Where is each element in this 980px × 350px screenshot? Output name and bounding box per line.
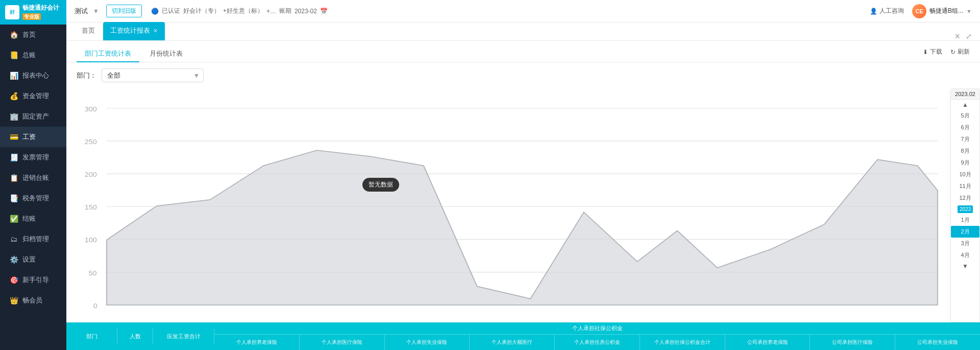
month-12[interactable]: 12月: [951, 192, 979, 204]
sidebar-item-新手引导[interactable]: 🎯 新手引导: [0, 270, 66, 290]
sidebar-label-3: 资金管理: [22, 91, 49, 101]
expand-icon[interactable]: ⤢: [966, 32, 972, 40]
sidebar-item-设置[interactable]: ⚙️ 设置: [0, 249, 66, 270]
sidebar-item-归档管理[interactable]: 🗂 归档管理: [0, 229, 66, 249]
month-2[interactable]: 2月: [951, 226, 979, 238]
sidebar-icon-0: 🏠: [9, 31, 18, 39]
svg-text:300: 300: [85, 105, 97, 112]
sidebar-label-8: 税务管理: [22, 194, 49, 203]
sidebar-label-9: 结账: [22, 214, 36, 223]
year-badge: 2023: [958, 205, 973, 213]
group-cols: 个人承担养老保险 个人承担医疗保险 个人承担失业保险 个人承担大额医疗 个人承担…: [214, 335, 980, 350]
sidebar-item-总账[interactable]: 📒 总账: [0, 45, 66, 65]
col-personal-total: 个人承担社保公积金合计: [640, 335, 725, 350]
sidebar-label-13: 畅会员: [22, 296, 42, 305]
month-5[interactable]: 5月: [951, 110, 979, 122]
dept-filter-select[interactable]: 全部: [102, 68, 204, 82]
sidebar-item-首页[interactable]: 🏠 首页: [0, 25, 66, 45]
download-button[interactable]: ⬇ 下载: [923, 48, 942, 56]
period-label: 账期: [279, 7, 291, 15]
subtab-right: ⬇ 下载 ↻ 刷新: [923, 48, 970, 60]
date-picker-header: 2023.02: [951, 89, 979, 100]
sidebar-label-4: 固定资产: [22, 112, 49, 121]
sidebar-icon-3: 💰: [9, 92, 18, 100]
col-personal-major-medical: 个人承担大额医疗: [470, 335, 555, 350]
month-11[interactable]: 11月: [951, 180, 979, 192]
switch-old-button[interactable]: 切到旧版: [106, 5, 142, 17]
avatar: CE: [912, 4, 926, 18]
month-10[interactable]: 10月: [951, 169, 979, 180]
subtab-dept[interactable]: 部门工资统计表: [77, 46, 139, 62]
sidebar-label-6: 发票管理: [22, 153, 49, 162]
sidebar-item-税务管理[interactable]: 📑 税务管理: [0, 188, 66, 208]
status-good-biz: +好生意（标）: [223, 7, 263, 15]
month-3[interactable]: 3月: [951, 238, 979, 249]
sidebar-item-报表中心[interactable]: 📊 报表中心: [0, 65, 66, 86]
salary-tab-label: 工资统计报表: [110, 26, 150, 35]
sidebar-icon-11: ⚙️: [9, 255, 18, 264]
tab-close-icon[interactable]: ✕: [153, 28, 158, 34]
close-panel-icon[interactable]: ✕: [954, 32, 961, 40]
sidebar-icon-13: 👑: [9, 296, 18, 305]
status-certified: 已认证: [162, 7, 180, 15]
sidebar-item-畅会员[interactable]: 👑 畅会员: [0, 290, 66, 311]
sidebar-icon-6: 🧾: [9, 153, 18, 161]
sidebar-item-资金管理[interactable]: 💰 资金管理: [0, 86, 66, 106]
sidebar-icon-8: 📑: [9, 194, 18, 202]
status-more: +…: [266, 8, 276, 15]
col-count: 人数: [117, 329, 153, 344]
col-total-salary: 应发工资合计: [153, 329, 214, 344]
tab-home[interactable]: 首页: [75, 22, 102, 40]
user-menu[interactable]: CE 畅捷通B组... ▼: [912, 4, 972, 18]
sidebar-label-2: 报表中心: [22, 71, 49, 80]
sidebar-icon-5: 💳: [9, 133, 18, 141]
month-6[interactable]: 6月: [951, 122, 979, 133]
sidebar-item-固定资产[interactable]: 🏢 固定资产: [0, 106, 66, 127]
status-good-accounting: 好会计（专）: [183, 7, 220, 15]
help-button[interactable]: 👤 人工咨询: [870, 7, 904, 15]
sidebar-label-7: 进销台账: [22, 173, 49, 182]
help-icon: 👤: [870, 8, 877, 15]
month-9[interactable]: 9月: [951, 157, 979, 169]
date-nav-up[interactable]: ▲: [951, 100, 979, 110]
refresh-button[interactable]: ↻ 刷新: [950, 48, 970, 56]
sidebar-item-工资[interactable]: 💳 工资: [0, 127, 66, 147]
month-7[interactable]: 7月: [951, 133, 979, 145]
calendar-icon[interactable]: 📅: [320, 8, 328, 15]
sidebar-icon-7: 📋: [9, 174, 18, 182]
sidebar-item-进销台账[interactable]: 📋 进销台账: [0, 168, 66, 188]
tab-salary-report[interactable]: 工资统计报表 ✕: [103, 22, 165, 40]
col-company-pension: 公司承担养老保险: [725, 335, 811, 350]
topbar-actions: 切到旧版: [106, 5, 142, 17]
filter-bar: 部门： 全部 ▼: [66, 62, 980, 88]
content-area: 部门工资统计表 月份统计表 ⬇ 下载 ↻ 刷新 部门：: [66, 41, 980, 350]
salary-chart: 0 50 100 150 200 250 300: [77, 88, 944, 317]
month-4[interactable]: 4月: [951, 249, 979, 261]
chart-section: 0 50 100 150 200 250 300: [66, 88, 980, 322]
sidebar-item-结账[interactable]: ✅ 结账: [0, 208, 66, 229]
logo-icon: 好: [5, 5, 19, 19]
dept-filter-label: 部门：: [77, 71, 96, 80]
period-value: 2023-02: [295, 8, 317, 15]
topbar: 测试 ▼ 切到旧版 🔵 已认证 好会计（专） +好生意（标） +… 账期 202…: [66, 0, 980, 22]
date-nav-down[interactable]: ▼: [951, 261, 979, 271]
col-dept: 部门: [66, 329, 117, 344]
topbar-right: 👤 人工咨询 CE 畅捷通B组... ▼: [870, 4, 972, 18]
logo-text: 畅捷通好会计: [22, 4, 59, 12]
subtab-bar: 部门工资统计表 月份统计表 ⬇ 下载 ↻ 刷新: [66, 41, 980, 62]
sidebar-label-1: 总账: [22, 51, 36, 60]
svg-text:150: 150: [85, 203, 97, 211]
month-8[interactable]: 8月: [951, 145, 979, 157]
home-tab-label: 首页: [82, 26, 95, 35]
sidebar-icon-2: 📊: [9, 72, 18, 80]
sidebar-item-发票管理[interactable]: 🧾 发票管理: [0, 147, 66, 168]
download-icon: ⬇: [923, 49, 928, 56]
col-personal-pension: 个人承担养老保险: [214, 335, 300, 350]
month-1[interactable]: 1月: [951, 214, 979, 226]
sidebar-label-12: 新手引导: [22, 275, 49, 285]
app-logo: 好 畅捷通好会计 专业版: [0, 0, 66, 25]
group-title: 个人承担社保公积金: [214, 322, 980, 335]
svg-text:250: 250: [85, 137, 97, 145]
subtab-month[interactable]: 月份统计表: [141, 46, 191, 62]
sidebar-nav: 🏠 首页 📒 总账 📊 报表中心 💰 资金管理 🏢 固定资产 💳 工资 🧾 发票…: [0, 25, 66, 350]
